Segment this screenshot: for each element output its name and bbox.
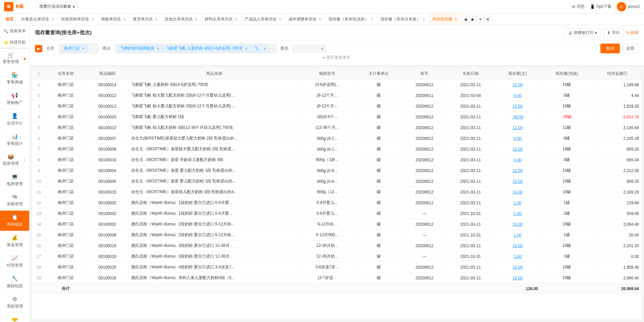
export-button[interactable]: ⬇ 导出 (603, 28, 624, 37)
tab-3[interactable]: 调拨单历史 ✕ (98, 13, 129, 25)
cell-qty-main[interactable]: 10.00 (495, 176, 540, 187)
cell-qty-main[interactable]: -39.00 (495, 112, 540, 122)
tab-8[interactable]: 成本调整单历史 ✕ (285, 13, 325, 25)
sidebar-item-ecommerce[interactable]: 💻 电商管理 (0, 170, 29, 191)
cell-expiry: 2021-03-11 (446, 144, 495, 155)
color-filter[interactable]: ▾ (292, 45, 326, 52)
tab-7[interactable]: 产成品入库单历史 ✕ (241, 13, 285, 25)
tab-10[interactable]: 现存量（库存分布表） ✕ (377, 13, 429, 25)
cell-qty-main[interactable]: 1.00 (495, 230, 540, 240)
cell-qty-main[interactable]: 1.00 (495, 251, 540, 262)
tab-6[interactable]: 材料出库单历史 ✕ (201, 13, 241, 25)
filter-expand-toggle[interactable]: ▶ (35, 45, 42, 52)
close-icon[interactable]: ✕ (123, 17, 126, 21)
more-warehouses[interactable]: ··· (89, 46, 92, 51)
cell-qty-main[interactable]: 1.00 (495, 198, 540, 208)
cell-qty-main[interactable]: 10.00 (495, 165, 540, 176)
close-icon[interactable]: ✕ (454, 17, 457, 21)
cell-qty-main[interactable]: 3.00 (495, 155, 540, 165)
tab-2[interactable]: 组装拆卸单历史 ✕ (58, 13, 98, 25)
cell-qty-main[interactable]: 2.00 (495, 208, 540, 219)
sidebar-item-purchase[interactable]: 🛍 采购管理 (0, 191, 29, 211)
cell-qty-main[interactable]: 10.00 (495, 79, 540, 90)
cell-qty-main[interactable]: 10.00 (495, 144, 540, 155)
sidebar-item-retail-stats[interactable]: 📊 零售统计 (0, 130, 29, 150)
close-icon[interactable]: ✕ (235, 17, 237, 21)
close-icon[interactable]: ✕ (371, 17, 373, 21)
print-button[interactable]: 🖨 按模板打印 ▾ (565, 28, 601, 37)
sidebar-item-marketing[interactable]: 📢 营销推广 (0, 89, 29, 109)
cell-warehouse: 南岸门店 (46, 155, 86, 165)
close-icon[interactable]: ✕ (423, 17, 425, 21)
row-number: 10 (32, 176, 46, 187)
sidebar-item-inventory[interactable]: 📋 库存核算 (0, 211, 29, 231)
sidebar-item-basic[interactable]: 🔧 基础信息 (0, 272, 29, 292)
query-button[interactable]: 查询 (600, 44, 620, 53)
cell-expiry: 2021-03-11 (446, 155, 495, 165)
tab-5[interactable]: 其他出库单历史 ✕ (161, 13, 201, 25)
tab-9[interactable]: 现存量（库存状况表） ✕ (325, 13, 377, 25)
cell-qty-main[interactable]: 11.00 (495, 122, 540, 133)
expand-conditions-button[interactable]: ▾ 展开更多条件 (35, 53, 639, 62)
cell-qty-main[interactable]: 10.00 (495, 101, 540, 112)
sidebar-item-system[interactable]: ⚙ 系统管理 (0, 292, 29, 313)
cell-qty-main[interactable]: 10.00 (495, 262, 540, 273)
nav-prev-button[interactable]: ◀ (462, 16, 469, 22)
close-icon[interactable]: ✕ (319, 17, 321, 21)
close-icon[interactable]: ✕ (51, 17, 54, 21)
tab-11[interactable]: 库存批次账 ✕ (429, 13, 461, 25)
cell-qty-pkg: 10罐 (540, 262, 593, 273)
message-button[interactable]: ✉ 消息 (572, 4, 585, 9)
sidebar-item-collab[interactable]: 🤝 企业协同 (0, 313, 29, 322)
cell-warehouse: 南岸门店 (46, 122, 86, 133)
cell-batch: — (403, 251, 446, 262)
cell-qty-main[interactable]: 10.00 (495, 219, 540, 230)
cell-qty-pkg: 10罐 (540, 240, 593, 251)
user-menu[interactable]: E demo2 (617, 2, 640, 11)
close-icon[interactable]: ✕ (195, 17, 198, 21)
sidebar-item-member[interactable]: 👤 会员中心 (0, 109, 29, 130)
close-icon[interactable]: ✕ (91, 17, 94, 21)
close-icon[interactable]: ✕ (155, 17, 158, 21)
sidebar-item-wholesale[interactable]: 📦 批发管理 ▼ (0, 150, 29, 170)
sidebar-item-mall[interactable]: 🏪 零售商城 (0, 68, 29, 89)
remove-product-tag-3[interactable]: ✕ (263, 46, 266, 51)
col-settings[interactable]: ⚙ (32, 68, 46, 79)
close-icon[interactable]: ✕ (279, 17, 281, 21)
sidebar-item-finance[interactable]: 💰 资金管理 (0, 231, 29, 252)
tab-4[interactable]: 要货单历史 ✕ (129, 13, 161, 25)
cell-qty-main[interactable]: 10.00 (495, 187, 540, 198)
refresh-button[interactable]: ↻ 刷新 (626, 30, 639, 36)
cell-amount: 809.20 (593, 144, 641, 155)
remove-product-tag-2[interactable]: ✕ (245, 46, 248, 51)
nav-close-button[interactable]: ✕ (477, 16, 484, 22)
nav-menu-button[interactable]: ⊟ (484, 16, 491, 22)
table-row: 6 南岸门店 00100007 合生元(BIOSTIME)派星较大婴儿配方奶粉 … (32, 133, 641, 144)
nav-next-button[interactable]: ▶ (470, 16, 476, 22)
more-products[interactable]: ··· (270, 46, 273, 51)
remove-product-tag-1[interactable]: ✕ (156, 46, 160, 51)
cell-qty-main[interactable]: 9.00 (495, 133, 540, 144)
sidebar-quick-nav[interactable]: ⭐ 快捷导航 (0, 37, 29, 49)
tab-1[interactable]: 分量盘点单历史 ✕ (18, 13, 58, 25)
sidebar-label-basic: 基础信息 (7, 283, 23, 289)
settings-icon[interactable]: ⚙ (37, 71, 41, 76)
app-download-button[interactable]: 📱 App下载 (590, 4, 611, 9)
tab-home[interactable]: 首页 (1, 13, 18, 25)
setting-button[interactable]: 设置 (622, 44, 639, 53)
cell-amount: 4.44 (593, 90, 641, 101)
cell-qty-main[interactable]: 0.00 (495, 90, 540, 101)
warehouse-filter[interactable]: 南岸门店 ✕ ··· (58, 44, 99, 53)
collab-icon: 🤝 (11, 316, 18, 322)
product-filter[interactable]: 飞鹤奶粉3段两提装 ✕ 飞鹤星飞帆 儿童奶粉 4段(3-6岁适用) 700克 ✕… (115, 44, 276, 53)
cell-qty-main[interactable]: 10.00 (495, 240, 540, 251)
cell-qty-main[interactable]: 10.00 (495, 273, 540, 283)
row-number: 19 (32, 273, 46, 283)
sidebar-label-inventory: 库存核算 (7, 222, 23, 227)
sidebar-item-retail[interactable]: 🛒 零售管理 ▶ (0, 49, 29, 68)
industry-select[interactable]: 母婴行业演示账套 ▾ (36, 3, 78, 10)
remove-warehouse-tag[interactable]: ✕ (82, 46, 85, 51)
sidebar-item-management[interactable]: 📈 经营管理 (0, 252, 29, 272)
sidebar-search[interactable]: 🔍 搜索菜单 (0, 25, 29, 37)
col-qty-main: 现存量(主) (495, 68, 540, 79)
